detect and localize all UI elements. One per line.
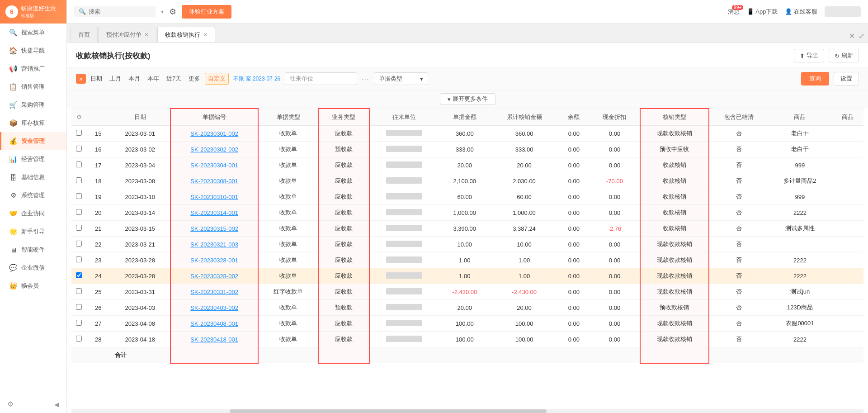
table-row[interactable]: 20 2023-03-14 SK-20230314-001 收款单 应收款 1,… (71, 205, 863, 221)
tab-expand-icon[interactable]: ⤢ (859, 32, 864, 40)
tab-prepay[interactable]: 预付冲应付单 ✕ (99, 27, 156, 42)
search-input[interactable] (89, 8, 151, 15)
row-checkbox[interactable] (71, 332, 86, 347)
sidebar-item-enterprise[interactable]: 🤝企业协同 (0, 204, 66, 223)
table-row[interactable]: 23 2023-03-28 SK-20230328-001 收款单 应收款 1.… (71, 252, 863, 268)
row-checkbox[interactable] (71, 157, 86, 173)
sidebar-item-finance[interactable]: 💰资金管理 (0, 132, 66, 150)
tab-prepay-close[interactable]: ✕ (144, 32, 149, 38)
row-cash-discount: 0.00 (590, 205, 640, 221)
search-dropdown-icon[interactable]: ▾ (161, 9, 164, 15)
row-no: 17 (86, 157, 110, 173)
sidebar-item-inventory[interactable]: 📦库存核算 (0, 114, 66, 132)
tab-home[interactable]: 首页 (71, 27, 98, 42)
row-checkbox[interactable] (71, 189, 86, 205)
row-doc-no[interactable]: SK-20230315-002 (170, 221, 258, 237)
row-doc-no[interactable]: SK-20230403-002 (170, 300, 258, 316)
row-checkbox[interactable] (71, 126, 86, 142)
table-row[interactable]: 19 2023-03-10 SK-20230310-001 收款单 应收款 60… (71, 189, 863, 205)
last-7days-btn[interactable]: 近7天 (164, 73, 184, 85)
table-row[interactable]: 26 2023-04-03 SK-20230403-002 收款单 预收款 20… (71, 300, 863, 316)
row-checkbox[interactable] (71, 205, 86, 221)
sidebar-item-vip[interactable]: 👑畅会员 (0, 277, 66, 295)
table-row[interactable]: 28 2023-04-18 SK-20230418-001 收款单 应收款 10… (71, 332, 863, 347)
filter-settings-button[interactable]: 设置 (834, 72, 859, 85)
sidebar-item-marketing[interactable]: 📢营销推广 (0, 60, 66, 78)
row-doc-no[interactable]: SK-20230308-001 (170, 173, 258, 189)
sidebar-item-system[interactable]: ⚙系统管理 (0, 186, 66, 204)
horizontal-scrollbar[interactable] (71, 409, 863, 413)
row-doc-no[interactable]: SK-20230304-001 (170, 157, 258, 173)
scrollbar-thumb[interactable] (230, 409, 547, 413)
table-row[interactable]: 24 2023-03-28 SK-20230328-002 收款单 应收款 1.… (71, 268, 863, 284)
table-row[interactable]: 15 2023-03-01 SK-20230301-002 收款单 应收款 36… (71, 126, 863, 142)
row-doc-no[interactable]: SK-20230418-001 (170, 332, 258, 347)
table-row[interactable]: 17 2023-03-04 SK-20230304-001 收款单 应收款 20… (71, 157, 863, 173)
last-month-btn[interactable]: 上月 (107, 73, 124, 85)
solution-button[interactable]: 体验行业方案 (182, 5, 231, 19)
custom-date-btn[interactable]: 自定义 (205, 73, 229, 85)
row-checkbox[interactable] (71, 268, 86, 284)
more-date-btn[interactable]: 更多 (186, 73, 203, 85)
row-amount: 20.00 (439, 157, 491, 173)
row-doc-no[interactable]: SK-20230314-001 (170, 205, 258, 221)
row-checkbox[interactable] (71, 316, 86, 332)
row-biz-type: 应收款 (318, 205, 369, 221)
row-checkbox[interactable] (71, 237, 86, 252)
sidebar-item-purchase[interactable]: 🛒采购管理 (0, 96, 66, 114)
table-row[interactable]: 21 2023-03-15 SK-20230315-002 收款单 应收款 3,… (71, 221, 863, 237)
settings-gear-icon[interactable]: ⚙ (169, 7, 176, 17)
topbar-search-box[interactable]: 🔍 (74, 6, 156, 17)
export-button[interactable]: ⬆ 导出 (794, 49, 824, 62)
tab-receipt-close[interactable]: ✕ (203, 32, 208, 38)
row-amount: 20.00 (439, 300, 491, 316)
sidebar-item-business[interactable]: 📊经营管理 (0, 150, 66, 168)
tab-close-all-icon[interactable]: ✕ (849, 32, 855, 40)
filter-expand-button[interactable]: » (76, 74, 86, 84)
row-checkbox[interactable] (71, 300, 86, 316)
row-doc-no[interactable]: SK-20230302-002 (170, 142, 258, 157)
sidebar-collapse-icon[interactable]: ◀ (54, 401, 59, 408)
sidebar-item-search[interactable]: 🔍搜索菜单 (0, 24, 66, 42)
doc-type-select[interactable]: 单据类型 ▾ (374, 72, 428, 85)
sidebar-item-guide[interactable]: 🌟新手引导 (0, 223, 66, 241)
row-checkbox[interactable] (71, 252, 86, 268)
sidebar-item-sales[interactable]: 📋销售管理 (0, 78, 66, 96)
row-biz-type: 应收款 (318, 189, 369, 205)
row-checkbox[interactable] (71, 221, 86, 237)
table-row[interactable]: 18 2023-03-08 SK-20230308-001 收款单 应收款 2,… (71, 173, 863, 189)
query-button[interactable]: 查询 (801, 72, 829, 85)
sidebar-item-hardware[interactable]: 🖥智能硬件 (0, 241, 66, 259)
expand-more-button[interactable]: ▾ 展开更多条件 (440, 93, 495, 105)
row-doc-no[interactable]: SK-20230328-002 (170, 268, 258, 284)
sidebar-item-shortcut[interactable]: 🏠快捷导航 (0, 42, 66, 60)
user-avatar[interactable] (825, 6, 861, 17)
column-gear[interactable]: ⚙ (71, 109, 86, 126)
table-row[interactable]: 27 2023-04-08 SK-20230408-001 收款单 应收款 10… (71, 316, 863, 332)
row-doc-no[interactable]: SK-20230321-003 (170, 237, 258, 252)
row-balance: 0.00 (558, 237, 590, 252)
sidebar-item-basic[interactable]: 🗄基础信息 (0, 168, 66, 186)
row-doc-no[interactable]: SK-20230301-002 (170, 126, 258, 142)
partner-field[interactable]: 往来单位 (285, 72, 357, 85)
row-doc-no[interactable]: SK-20230310-001 (170, 189, 258, 205)
app-download-link[interactable]: 📱 App下载 (747, 8, 778, 16)
this-year-btn[interactable]: 本年 (145, 73, 162, 85)
this-month-btn[interactable]: 本月 (126, 73, 143, 85)
row-checkbox[interactable] (71, 284, 86, 300)
refresh-button[interactable]: ↻ 刷新 (829, 49, 859, 62)
row-doc-no[interactable]: SK-20230328-001 (170, 252, 258, 268)
message-button[interactable]: 消息 99+ (728, 8, 740, 16)
row-checkbox[interactable] (71, 173, 86, 189)
table-row[interactable]: 16 2023-03-02 SK-20230302-002 收款单 预收款 33… (71, 142, 863, 157)
table-row[interactable]: 25 2023-03-31 SK-20230331-002 红字收款单 应收款 … (71, 284, 863, 300)
tab-receipt[interactable]: 收款核销执行 ✕ (157, 27, 215, 42)
row-doc-no[interactable]: SK-20230408-001 (170, 316, 258, 332)
row-balance: 0.00 (558, 252, 590, 268)
row-checkbox[interactable] (71, 142, 86, 157)
online-service-link[interactable]: 👤 在线客服 (785, 8, 817, 16)
table-row[interactable]: 22 2023-03-21 SK-20230321-003 收款单 应收款 10… (71, 237, 863, 252)
row-doc-no[interactable]: SK-20230331-002 (170, 284, 258, 300)
sidebar-item-wechat[interactable]: 💬企业微信 (0, 259, 66, 277)
sidebar-settings-icon[interactable]: ⚙ (7, 400, 14, 408)
